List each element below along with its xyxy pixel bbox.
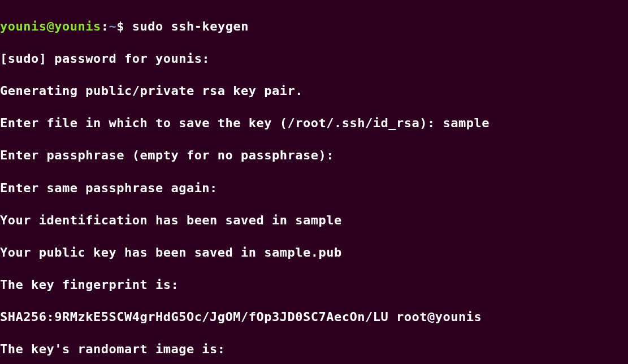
output-line: The key's randomart image is: [0,341,628,358]
prompt-colon: : [101,19,109,33]
output-line: The key fingerprint is: [0,277,628,293]
prompt-line-1: younis@younis:~$ sudo ssh-keygen [0,19,628,35]
prompt-at: @ [46,19,54,33]
prompt-dollar: $ [116,19,132,33]
output-line: Your public key has been saved in sample… [0,245,628,261]
prompt-host: younis [54,19,101,33]
terminal-window[interactable]: younis@younis:~$ sudo ssh-keygen [sudo] … [0,2,628,364]
output-line: Enter file in which to save the key (/ro… [0,115,628,132]
command-text: sudo ssh-keygen [132,19,249,33]
output-line: Enter passphrase (empty for no passphras… [0,148,628,164]
output-line: Generating public/private rsa key pair. [0,83,628,99]
output-line: Your identification has been saved in sa… [0,213,628,229]
output-line: Enter same passphrase again: [0,180,628,197]
prompt-path: ~ [109,19,116,33]
output-line: SHA256:9RMzkE5SCW4grHdG5Oc/JgOM/fOp3JD0S… [0,309,628,326]
output-line: [sudo] password for younis: [0,51,628,67]
prompt-user: younis [0,19,46,33]
